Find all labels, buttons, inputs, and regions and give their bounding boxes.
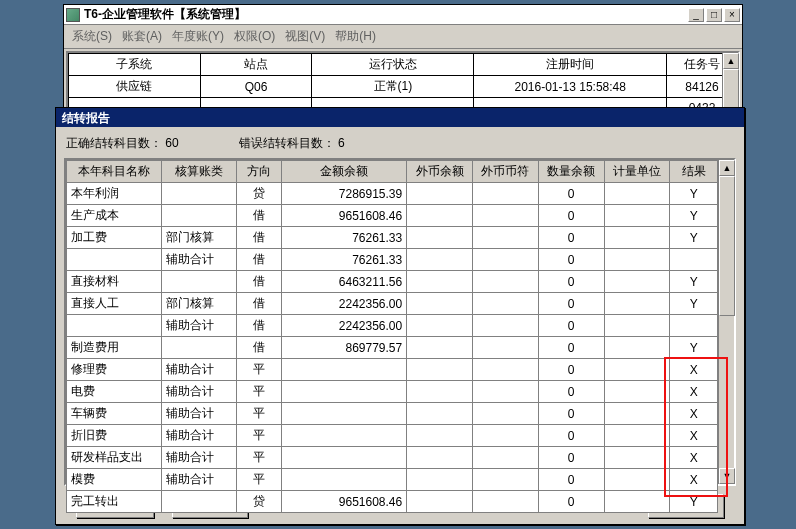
menu-system[interactable]: 系统(S) — [68, 27, 116, 46]
table-cell — [604, 403, 670, 425]
table-cell — [604, 425, 670, 447]
table-row[interactable]: 加工费部门核算借76261.330Y — [67, 227, 718, 249]
grid-col-7[interactable]: 计量单位 — [604, 161, 670, 183]
table-cell — [604, 337, 670, 359]
table-cell: X — [670, 469, 718, 491]
table-cell: 借 — [237, 249, 282, 271]
table-cell: 平 — [237, 425, 282, 447]
table-cell: Q06 — [200, 76, 312, 98]
table-cell — [407, 293, 473, 315]
table-cell: X — [670, 359, 718, 381]
table-cell — [407, 359, 473, 381]
table-cell — [162, 491, 237, 513]
table-cell — [604, 227, 670, 249]
table-cell: 直接人工 — [67, 293, 162, 315]
table-row[interactable]: 折旧费辅助合计平0X — [67, 425, 718, 447]
scroll-thumb-v[interactable] — [719, 176, 735, 316]
table-row[interactable]: 修理费辅助合计平0X — [67, 359, 718, 381]
scroll-up-icon[interactable]: ▲ — [719, 160, 735, 176]
grid-col-2[interactable]: 方向 — [237, 161, 282, 183]
grid-col-0[interactable]: 本年科目名称 — [67, 161, 162, 183]
table-row[interactable]: 直接材料借6463211.560Y — [67, 271, 718, 293]
outer-col-sys[interactable]: 子系统 — [69, 54, 201, 76]
table-cell: 平 — [237, 403, 282, 425]
table-cell — [67, 315, 162, 337]
table-cell: 辅助合计 — [162, 403, 237, 425]
table-cell: 0 — [538, 227, 604, 249]
table-row[interactable]: 供应链Q06正常(1)2016-01-13 15:58:4884126 — [69, 76, 738, 98]
menu-permission[interactable]: 权限(O) — [230, 27, 279, 46]
table-cell: 加工费 — [67, 227, 162, 249]
menu-help[interactable]: 帮助(H) — [331, 27, 380, 46]
table-row[interactable]: 本年利润贷7286915.390Y — [67, 183, 718, 205]
table-cell: Y — [670, 183, 718, 205]
minimize-button[interactable]: _ — [688, 8, 704, 22]
table-row[interactable]: 完工转出贷9651608.460Y — [67, 491, 718, 513]
table-cell: 正常(1) — [312, 76, 474, 98]
grid-scrollbar-vertical[interactable]: ▲ ▼ — [718, 160, 734, 484]
outer-col-status[interactable]: 运行状态 — [312, 54, 474, 76]
table-cell: 0 — [538, 183, 604, 205]
table-cell — [282, 381, 407, 403]
outer-col-time[interactable]: 注册时间 — [474, 54, 667, 76]
table-cell: 借 — [237, 315, 282, 337]
parent-title: T6-企业管理软件【系统管理】 — [84, 6, 688, 23]
table-row[interactable]: 模费辅助合计平0X — [67, 469, 718, 491]
correct-count: 正确结转科目数： 60 — [66, 135, 179, 152]
table-cell: Y — [670, 227, 718, 249]
table-cell — [472, 337, 538, 359]
table-cell: 7286915.39 — [282, 183, 407, 205]
maximize-button[interactable]: □ — [706, 8, 722, 22]
table-cell — [282, 447, 407, 469]
table-cell — [67, 249, 162, 271]
menu-bar: 系统(S) 账套(A) 年度账(Y) 权限(O) 视图(V) 帮助(H) — [64, 25, 742, 49]
outer-col-site[interactable]: 站点 — [200, 54, 312, 76]
menu-account[interactable]: 账套(A) — [118, 27, 166, 46]
table-cell — [472, 183, 538, 205]
table-cell — [604, 315, 670, 337]
table-cell — [472, 249, 538, 271]
correct-value: 60 — [165, 136, 178, 150]
menu-year[interactable]: 年度账(Y) — [168, 27, 228, 46]
menu-view[interactable]: 视图(V) — [281, 27, 329, 46]
table-cell — [162, 205, 237, 227]
table-cell — [604, 447, 670, 469]
close-button[interactable]: × — [724, 8, 740, 22]
scroll-up-icon[interactable]: ▲ — [723, 53, 739, 69]
grid-col-1[interactable]: 核算账类 — [162, 161, 237, 183]
table-cell: 6463211.56 — [282, 271, 407, 293]
table-cell: 0 — [538, 315, 604, 337]
grid-col-5[interactable]: 外币币符 — [472, 161, 538, 183]
table-cell — [407, 227, 473, 249]
table-cell: 折旧费 — [67, 425, 162, 447]
grid-col-6[interactable]: 数量余额 — [538, 161, 604, 183]
table-cell: 借 — [237, 227, 282, 249]
scroll-thumb-v[interactable] — [723, 69, 739, 109]
table-cell: Y — [670, 271, 718, 293]
grid-col-4[interactable]: 外币余额 — [407, 161, 473, 183]
grid-col-8[interactable]: 结果 — [670, 161, 718, 183]
table-cell — [407, 469, 473, 491]
scroll-down-icon[interactable]: ▼ — [719, 468, 735, 484]
table-cell: 贷 — [237, 183, 282, 205]
table-row[interactable]: 生产成本借9651608.460Y — [67, 205, 718, 227]
table-row[interactable]: 直接人工部门核算借2242356.000Y — [67, 293, 718, 315]
table-cell: 0 — [538, 447, 604, 469]
table-row[interactable]: 研发样品支出辅助合计平0X — [67, 447, 718, 469]
error-value: 6 — [338, 136, 345, 150]
table-cell — [162, 271, 237, 293]
table-cell: 借 — [237, 293, 282, 315]
table-row[interactable]: 电费辅助合计平0X — [67, 381, 718, 403]
grid-col-3[interactable]: 金额余额 — [282, 161, 407, 183]
parent-titlebar: T6-企业管理软件【系统管理】 _ □ × — [64, 5, 742, 25]
table-cell — [282, 359, 407, 381]
table-cell: 平 — [237, 359, 282, 381]
table-cell: X — [670, 447, 718, 469]
table-row[interactable]: 辅助合计借2242356.000 — [67, 315, 718, 337]
table-cell — [472, 469, 538, 491]
table-cell: 辅助合计 — [162, 315, 237, 337]
table-cell: 部门核算 — [162, 227, 237, 249]
table-row[interactable]: 辅助合计借76261.330 — [67, 249, 718, 271]
table-row[interactable]: 车辆费辅助合计平0X — [67, 403, 718, 425]
table-row[interactable]: 制造费用借869779.570Y — [67, 337, 718, 359]
